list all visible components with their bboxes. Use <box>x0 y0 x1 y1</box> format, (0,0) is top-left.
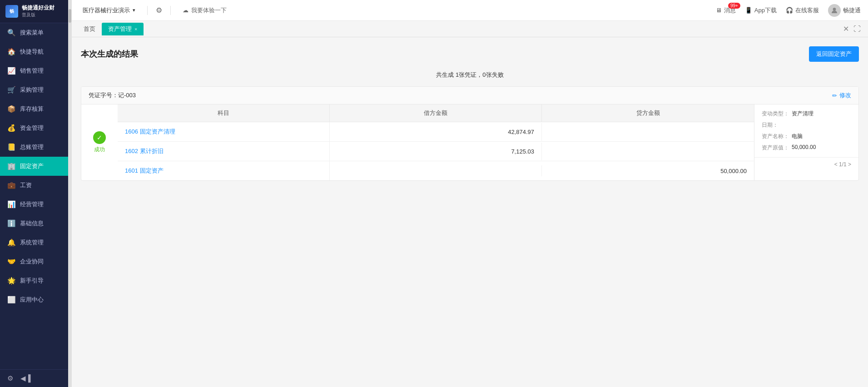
sidebar-item-guide-label: 新手引导 <box>20 277 44 285</box>
sidebar-item-quick-nav-label: 快捷导航 <box>20 48 44 56</box>
tabbar: 首页 资产管理 × ✕ ⛶ <box>72 21 868 37</box>
payroll-icon: 💼 <box>7 181 15 189</box>
sidebar-item-ledger[interactable]: 📒 总账管理 <box>0 138 68 157</box>
sidebar-item-system-label: 系统管理 <box>20 238 44 247</box>
svg-point-0 <box>833 8 836 11</box>
asset-name-label: 资产名称： <box>762 133 789 140</box>
app-center-icon: ⬜ <box>7 296 15 304</box>
asset-name-value: 电脑 <box>792 133 803 140</box>
sidebar-item-operations[interactable]: 📊 经营管理 <box>0 195 68 214</box>
voucher-status-col: ✓ 成功 <box>81 104 118 180</box>
expand-panel-icon[interactable]: ⛶ <box>853 25 861 33</box>
sidebar-scrollbar[interactable] <box>68 0 72 387</box>
sidebar: 畅 畅捷通好业财 普及版 🔍 搜索菜单 🏠 快捷导航 📈 销售管理 🛒 采购管理… <box>0 0 68 387</box>
topbar-right: 🖥 消息 99+ 📱 App下载 🎧 在线客服 畅捷通 <box>716 4 861 17</box>
voucher-table-area: 科目 借方金额 贷方金额 1606 固定资产清理 42,874.97 1602 … <box>118 104 754 180</box>
tab-home[interactable]: 首页 <box>79 25 100 33</box>
sidebar-item-payroll-label: 工资 <box>20 181 32 189</box>
close-panel-icon[interactable]: ✕ <box>843 25 849 33</box>
row1-debit: 42,874.97 <box>330 123 542 141</box>
sidebar-item-purchase[interactable]: 🛒 采购管理 <box>0 80 68 99</box>
voucher-info-content: 变动类型： 资产清理 日期： 资产名称： 电脑 资产原值： <box>754 104 859 157</box>
sidebar-item-ledger-label: 总账管理 <box>20 143 44 151</box>
row3-debit <box>330 165 542 176</box>
user-profile[interactable]: 畅捷通 <box>828 4 861 17</box>
sidebar-item-basic-info[interactable]: ℹ️ 基础信息 <box>0 214 68 233</box>
company-selector[interactable]: 医疗器械行业演示 ▾ <box>79 5 139 16</box>
chevron-down-icon: ▾ <box>133 7 135 13</box>
sidebar-item-guide[interactable]: 🌟 新手引导 <box>0 271 68 290</box>
sidebar-item-funds-label: 资金管理 <box>20 124 44 132</box>
date-label: 日期： <box>762 121 787 129</box>
sidebar-item-sales[interactable]: 📈 销售管理 <box>0 61 68 80</box>
app-logo: 畅 <box>5 5 18 18</box>
collapse-footer-icon[interactable]: ◀▐ <box>20 374 31 382</box>
notifications-badge: 99+ <box>728 3 740 9</box>
sidebar-footer: ⚙ ◀▐ <box>0 369 68 387</box>
topbar-divider-1 <box>147 6 148 15</box>
sidebar-item-operations-label: 经营管理 <box>20 200 44 208</box>
notifications-button[interactable]: 🖥 消息 99+ <box>716 6 736 15</box>
sidebar-item-system[interactable]: 🔔 系统管理 <box>0 233 68 252</box>
headset-icon: 🎧 <box>786 7 793 14</box>
sidebar-item-search-label: 搜索菜单 <box>20 29 44 37</box>
tab-close-icon[interactable]: × <box>134 26 137 32</box>
info-date: 日期： <box>762 121 852 129</box>
sidebar-item-funds[interactable]: 💰 资金管理 <box>0 119 68 138</box>
fixed-assets-icon: 🏢 <box>7 162 15 170</box>
sidebar-item-enterprise-label: 企业协同 <box>20 258 44 266</box>
page-title: 本次生成的结果 <box>81 49 138 60</box>
voucher-edit-button[interactable]: ✏ 修改 <box>832 91 851 99</box>
gear-icon[interactable]: ⚙ <box>156 6 162 15</box>
column-credit: 贷方金额 <box>542 104 754 122</box>
sidebar-item-purchase-label: 采购管理 <box>20 86 44 94</box>
row2-subject: 1602 累计折旧 <box>118 142 330 161</box>
online-service-label: 在线客服 <box>795 6 819 15</box>
info-change-type: 变动类型： 资产清理 <box>762 110 852 118</box>
tab-asset-management[interactable]: 资产管理 × <box>102 23 144 35</box>
basic-info-icon: ℹ️ <box>7 219 15 228</box>
cloud-icon: ☁ <box>183 7 188 14</box>
sidebar-item-inventory[interactable]: 📦 库存核算 <box>0 99 68 119</box>
experience-button[interactable]: ☁ 我要体验一下 <box>179 5 230 16</box>
voucher-edit-label: 修改 <box>839 91 851 99</box>
app-download-button[interactable]: 📱 App下载 <box>745 6 777 15</box>
sidebar-nav: 🔍 搜索菜单 🏠 快捷导航 📈 销售管理 🛒 采购管理 📦 库存核算 💰 资金管… <box>0 23 68 369</box>
sidebar-item-quick-nav[interactable]: 🏠 快捷导航 <box>0 42 68 61</box>
sidebar-item-fixed-assets[interactable]: 🏢 固定资产 <box>0 157 68 176</box>
voucher-header: 凭证字号：记-003 ✏ 修改 <box>81 87 858 104</box>
scrollbar-thumb <box>69 9 71 23</box>
sales-icon: 📈 <box>7 67 15 75</box>
original-value-value: 50,000.00 <box>792 144 816 152</box>
search-icon: 🔍 <box>7 29 15 37</box>
change-type-value: 资产清理 <box>792 110 813 118</box>
guide-icon: 🌟 <box>7 277 15 285</box>
sidebar-item-payroll[interactable]: 💼 工资 <box>0 176 68 195</box>
voucher-card: 凭证字号：记-003 ✏ 修改 ✓ 成功 科目 借方 <box>81 86 859 181</box>
operations-icon: 📊 <box>7 200 15 208</box>
voucher-main-row: ✓ 成功 科目 借方金额 贷方金额 1606 固定资产清理 42,874.97 <box>81 104 858 180</box>
bell-icon: 🖥 <box>716 7 722 14</box>
online-service-button[interactable]: 🎧 在线客服 <box>786 6 819 15</box>
app-title-block: 畅捷通好业财 普及版 <box>22 5 55 18</box>
voucher-pagination[interactable]: < 1/1 > <box>754 157 858 171</box>
sidebar-item-app-center[interactable]: ⬜ 应用中心 <box>0 290 68 309</box>
sidebar-item-search[interactable]: 🔍 搜索菜单 <box>0 23 68 42</box>
sidebar-item-app-center-label: 应用中心 <box>20 296 44 304</box>
app-download-label: App下载 <box>754 6 777 15</box>
table-row: 1602 累计折旧 7,125.03 <box>118 142 754 161</box>
main-area: 医疗器械行业演示 ▾ ⚙ ☁ 我要体验一下 🖥 消息 99+ 📱 App下载 🎧… <box>72 0 868 387</box>
user-name: 畅捷通 <box>843 6 861 15</box>
sidebar-item-enterprise[interactable]: 🤝 企业协同 <box>0 252 68 271</box>
sidebar-item-fixed-assets-label: 固定资产 <box>20 162 44 170</box>
content-area: 本次生成的结果 返回固定资产 共生成 1张凭证，0张失败 凭证字号：记-003 … <box>72 37 868 387</box>
sidebar-header: 畅 畅捷通好业财 普及版 <box>0 0 68 23</box>
return-fixed-assets-button[interactable]: 返回固定资产 <box>809 46 859 62</box>
settings-footer-icon[interactable]: ⚙ <box>7 374 13 382</box>
sidebar-item-sales-label: 销售管理 <box>20 67 44 75</box>
enterprise-icon: 🤝 <box>7 258 15 266</box>
success-icon: ✓ <box>93 131 106 144</box>
funds-icon: 💰 <box>7 124 15 132</box>
table-row: 1601 固定资产 50,000.00 <box>118 161 754 180</box>
avatar <box>828 4 841 17</box>
